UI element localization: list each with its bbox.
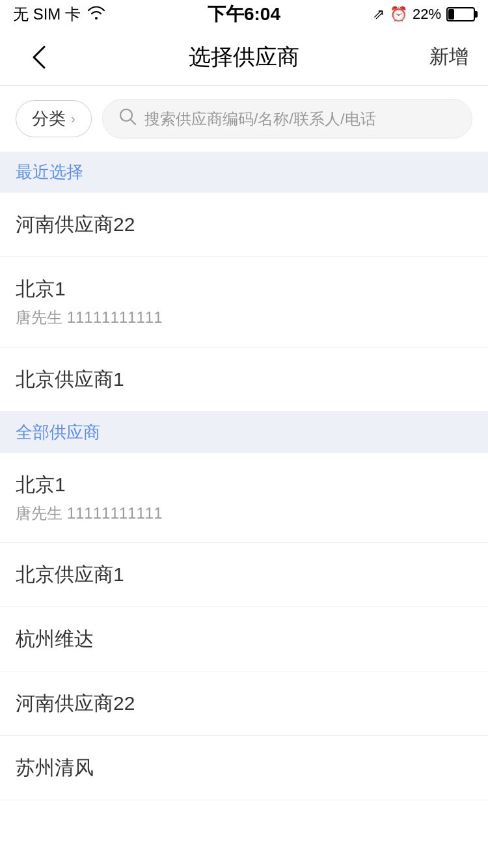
all-list-item[interactable]: 河南供应商22 xyxy=(0,671,488,736)
item-name: 河南供应商22 xyxy=(16,690,472,717)
category-button[interactable]: 分类 › xyxy=(16,100,92,137)
item-detail: 唐先生 11111111111 xyxy=(16,306,472,329)
all-section-header: 全部供应商 xyxy=(0,412,488,453)
recent-items-list: 河南供应商22北京1唐先生 11111111111北京供应商1 xyxy=(0,193,488,412)
item-name: 河南供应商22 xyxy=(16,211,472,238)
item-detail: 唐先生 11111111111 xyxy=(16,502,472,524)
recent-section-header: 最近选择 xyxy=(0,152,488,193)
item-name: 杭州维达 xyxy=(16,625,472,653)
search-placeholder: 搜索供应商编码/名称/联系人/电话 xyxy=(144,109,376,129)
category-label: 分类 xyxy=(32,107,66,130)
recent-section-label: 最近选择 xyxy=(16,162,83,182)
all-list-item[interactable]: 杭州维达 xyxy=(0,607,488,671)
item-name: 北京供应商1 xyxy=(16,561,472,588)
no-sim-text: 无 SIM 卡 xyxy=(13,4,81,25)
battery-icon xyxy=(446,7,475,21)
back-button[interactable] xyxy=(20,44,59,70)
recent-list-item[interactable]: 河南供应商22 xyxy=(0,193,488,257)
alarm-icon: ⏰ xyxy=(390,6,407,23)
item-name: 北京1 xyxy=(16,471,472,498)
item-name: 苏州清风 xyxy=(16,754,472,781)
status-right: ⇗ ⏰ 22% xyxy=(373,6,475,23)
search-icon xyxy=(118,107,137,130)
item-name: 北京供应商1 xyxy=(16,366,472,393)
all-items-list: 北京1唐先生 11111111111北京供应商1杭州维达河南供应商22苏州清风 xyxy=(0,453,488,801)
all-list-item[interactable]: 北京供应商1 xyxy=(0,543,488,607)
all-list-item[interactable]: 苏州清风 xyxy=(0,736,488,800)
all-section-label: 全部供应商 xyxy=(16,422,100,442)
battery-percent: 22% xyxy=(413,6,441,23)
status-bar: 无 SIM 卡 下午6:04 ⇗ ⏰ 22% xyxy=(0,0,488,29)
chevron-right-icon: › xyxy=(71,111,75,126)
add-button[interactable]: 新增 xyxy=(429,44,468,70)
item-name: 北京1 xyxy=(16,275,472,303)
page-title: 选择供应商 xyxy=(59,42,429,72)
status-left: 无 SIM 卡 xyxy=(13,4,105,25)
all-list-item[interactable]: 北京1唐先生 11111111111 xyxy=(0,453,488,543)
filter-bar: 分类 › 搜索供应商编码/名称/联系人/电话 xyxy=(0,86,488,152)
nav-bar: 选择供应商 新增 xyxy=(0,29,488,86)
status-time: 下午6:04 xyxy=(208,2,280,27)
search-box[interactable]: 搜索供应商编码/名称/联系人/电话 xyxy=(102,99,472,139)
recent-list-item[interactable]: 北京供应商1 xyxy=(0,347,488,412)
recent-list-item[interactable]: 北京1唐先生 11111111111 xyxy=(0,257,488,347)
wifi-icon xyxy=(87,5,105,23)
location-icon: ⇗ xyxy=(373,6,385,23)
